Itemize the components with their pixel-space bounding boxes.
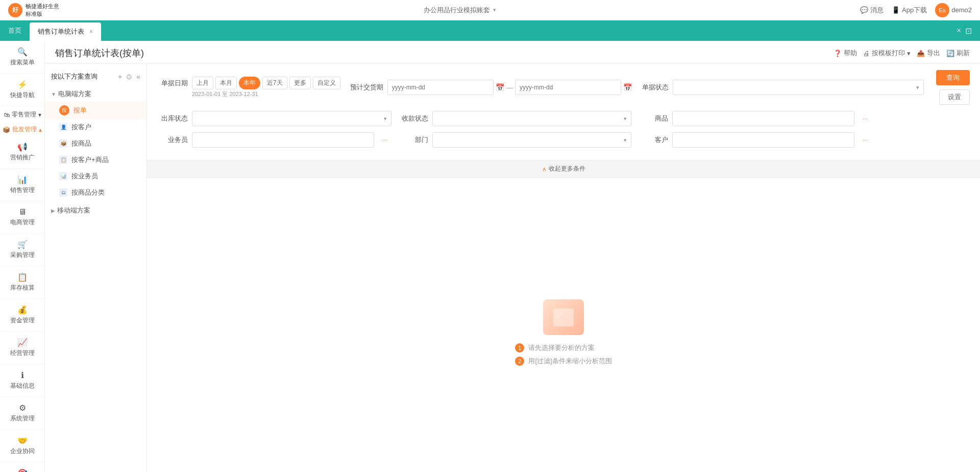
date-btn-last-month[interactable]: 上月 — [192, 77, 213, 89]
retail-icon: 🛍 — [4, 111, 10, 119]
add-scheme-button[interactable]: + — [118, 73, 122, 81]
filter-row-3: 业务员 ··· 部门 ▾ 客户 — [157, 132, 970, 148]
guide-icon: 🎯 — [17, 468, 28, 472]
export-icon: 📤 — [917, 50, 925, 57]
sidebar-item-purchase[interactable]: 🛒 采购管理 — [0, 233, 44, 266]
expected-date-inputs: 📅 — 📅 — [387, 80, 632, 95]
sidebar-item-search[interactable]: 🔍 搜索菜单 — [0, 41, 44, 74]
dept-filter: 部门 ▾ — [398, 132, 632, 148]
by-product-icon: 📦 — [59, 139, 67, 148]
app-title[interactable]: 办公用品行业模拟账套 ▾ — [424, 6, 496, 15]
page-title: 销售订单统计表(按单) — [55, 47, 144, 59]
app-download-button[interactable]: 📱 App下载 — [892, 6, 927, 15]
sidebar-item-ecommerce[interactable]: 🖥 电商管理 — [0, 201, 44, 233]
shipment-label: 出库状态 — [157, 114, 188, 123]
filter-layout: 按以下方案查询 + ⊙ « ▼ 电脑端方案 按 按单 — [45, 64, 980, 472]
by-customer-icon: 👤 — [59, 123, 67, 131]
payment-dropdown-icon: ▾ — [624, 115, 627, 122]
scheme-group-mobile-header[interactable]: ▶ 移动端方案 — [45, 203, 146, 218]
expected-date-label: 预计交货期 — [347, 83, 383, 92]
date-separator: — — [506, 84, 513, 91]
salesman-input[interactable] — [192, 132, 374, 148]
payment-label: 收款状态 — [398, 114, 428, 123]
top-bar-right: 💬 消息 📱 App下载 Ea demo2 — [860, 3, 972, 17]
scheme-group-pc-header[interactable]: ▼ 电脑端方案 — [45, 86, 146, 102]
by-order-icon: 按 — [59, 105, 69, 115]
maximize-button[interactable]: ⊡ — [965, 26, 972, 36]
payment-select[interactable]: ▾ — [432, 111, 632, 126]
date-btn-this-year[interactable]: 本年 — [239, 77, 260, 89]
customer-input[interactable] — [672, 132, 854, 148]
customer-filter: 客户 ··· — [638, 132, 872, 148]
tab-active[interactable]: 销售订单统计表 × — [30, 22, 101, 41]
date-filter-group: 单据日期 上月 本月 本年 近7天 更多 自定义 2023 — [157, 77, 340, 98]
date-btn-custom[interactable]: 自定义 — [313, 77, 340, 89]
date-btn-last-7-days[interactable]: 近7天 — [262, 77, 287, 89]
message-button[interactable]: 💬 消息 — [860, 6, 884, 15]
dept-dropdown-icon: ▾ — [624, 137, 627, 144]
collapse-sidebar-button[interactable]: « — [136, 73, 140, 81]
sidebar-item-retail[interactable]: 🛍 零售管理 ▾ — [0, 106, 44, 121]
customer-label: 客户 — [638, 135, 668, 145]
sidebar-item-inventory[interactable]: 📋 库存核算 — [0, 266, 44, 299]
tab-close-icon[interactable]: × — [89, 28, 93, 35]
settings-button[interactable]: 设置 — [939, 89, 970, 105]
query-button[interactable]: 查询 — [936, 70, 970, 85]
sidebar-item-enterprise[interactable]: 🤝 企业协同 — [0, 430, 44, 462]
sidebar-item-sales[interactable]: 📊 销售管理 — [0, 169, 44, 201]
salesman-filter: 业务员 ··· — [157, 132, 391, 148]
settings-scheme-button[interactable]: ⊙ — [126, 73, 132, 81]
expected-date-start[interactable] — [387, 80, 494, 95]
filter-row-1: 单据日期 上月 本月 本年 近7天 更多 自定义 2023 — [157, 70, 970, 105]
sidebar-item-wholesale[interactable]: 📦 批发管理 ▴ — [0, 121, 44, 136]
sidebar-item-system[interactable]: ⚙ 系统管理 — [0, 397, 44, 430]
minimize-button[interactable]: × — [957, 26, 961, 35]
purchase-icon: 🛒 — [17, 240, 28, 249]
export-button[interactable]: 📤 导出 — [917, 49, 940, 58]
expected-date-filter: 预计交货期 📅 — 📅 — [347, 80, 632, 95]
user-menu[interactable]: Ea demo2 — [935, 3, 972, 17]
sidebar-item-finance[interactable]: 💰 资金管理 — [0, 299, 44, 332]
collapse-button[interactable]: ∧ 收起更多条件 — [542, 164, 585, 173]
help-icon: ❓ — [834, 50, 842, 57]
collapse-chevron-icon: ∧ — [542, 166, 547, 173]
empty-box — [543, 299, 584, 335]
sidebar-item-guide[interactable]: 🎯 新手引导 — [0, 462, 44, 472]
dept-select[interactable]: ▾ — [432, 132, 632, 148]
shipment-select[interactable]: ▾ — [192, 111, 391, 126]
sidebar-item-operations[interactable]: 📈 经营管理 — [0, 332, 44, 364]
salesman-more-icon[interactable]: ··· — [378, 136, 391, 144]
scheme-item-by-product[interactable]: 📦 按商品 — [45, 135, 146, 152]
scheme-item-by-salesman[interactable]: 📊 按业务员 — [45, 168, 146, 184]
sidebar-item-marketing[interactable]: 📢 营销推广 — [0, 136, 44, 169]
sidebar-item-quicknav[interactable]: ⚡ 快捷导航 — [0, 74, 44, 106]
refresh-button[interactable]: 🔄 刷新 — [946, 49, 970, 58]
scheme-item-by-customer-product[interactable]: 📋 按客户+商品 — [45, 152, 146, 168]
date-btn-more[interactable]: 更多 — [289, 77, 311, 89]
tab-home[interactable]: 首页 — [0, 20, 30, 41]
filter-form: 单据日期 上月 本月 本年 近7天 更多 自定义 2023 — [147, 64, 980, 160]
scheme-item-by-category[interactable]: 🗂 按商品分类 — [45, 184, 146, 201]
date-btn-this-month[interactable]: 本月 — [215, 77, 237, 89]
calendar-start-icon[interactable]: 📅 — [496, 83, 504, 91]
sidebar-item-basics[interactable]: ℹ 基础信息 — [0, 364, 44, 397]
expected-date-end[interactable] — [515, 80, 621, 95]
logo-text: 畅捷通好生意 标准版 — [26, 3, 59, 17]
print-button[interactable]: 🖨 按模板打印 ▾ — [863, 49, 911, 58]
print-icon: 🖨 — [863, 50, 870, 57]
empty-illustration — [533, 284, 594, 335]
search-icon: 🔍 — [17, 47, 28, 57]
right-panel: 单据日期 上月 本月 本年 近7天 更多 自定义 2023 — [147, 64, 980, 472]
operations-icon: 📈 — [17, 338, 28, 347]
product-more-icon[interactable]: ··· — [859, 115, 872, 122]
calendar-end-icon[interactable]: 📅 — [623, 83, 632, 91]
customer-more-icon[interactable]: ··· — [859, 136, 872, 144]
wholesale-icon: 📦 — [3, 126, 10, 133]
mobile-group-arrow: ▶ — [51, 208, 55, 214]
scheme-item-by-customer[interactable]: 👤 按客户 — [45, 119, 146, 135]
product-input[interactable] — [672, 111, 854, 126]
app-title-dropdown[interactable]: ▾ — [493, 7, 496, 13]
status-select[interactable]: ▾ — [673, 80, 924, 95]
help-button[interactable]: ❓ 帮助 — [834, 49, 857, 58]
scheme-item-by-order[interactable]: 按 按单 — [45, 102, 146, 119]
